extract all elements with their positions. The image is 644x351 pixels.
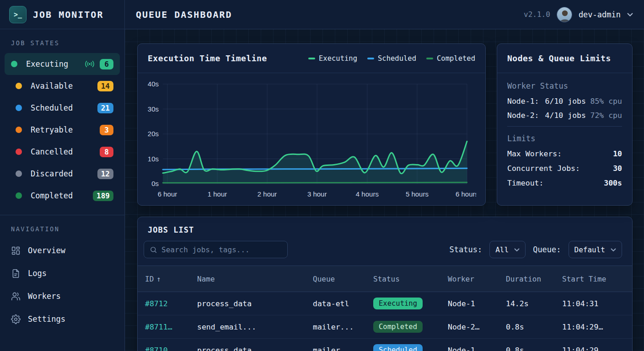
job-start-time: 11:04:31 bbox=[562, 299, 625, 308]
nodes-queue-limits-card: Nodes & Queue Limits Worker Status Node-… bbox=[497, 43, 633, 206]
jobs-list-header: JOBS LIST Status: All Queue: D bbox=[138, 217, 632, 266]
chevron-down-icon bbox=[611, 248, 616, 251]
top-bar-right: v2.1.0 dev-admin bbox=[524, 7, 633, 22]
execution-timeline-chart: 0s10s20s30s40s6 hour1 hour2 hour3 hour4 … bbox=[148, 75, 476, 202]
sidebar-item-retryable[interactable]: Retryable 3 bbox=[5, 119, 120, 141]
job-id-link[interactable]: #8711… bbox=[145, 323, 197, 331]
job-duration: 0.8s bbox=[506, 346, 562, 351]
user-avatar[interactable] bbox=[557, 7, 572, 22]
column-header-id[interactable]: ID↑ bbox=[145, 275, 197, 283]
job-start-time: 11:04:29 bbox=[562, 346, 625, 351]
legend-item-scheduled: Scheduled bbox=[367, 54, 416, 63]
top-bar-main: QUEUE DASHBOARD v2.1.0 dev-admin bbox=[125, 0, 644, 29]
job-name: process_data bbox=[197, 346, 313, 351]
app-title: JOB MONITOR bbox=[33, 9, 103, 20]
queue-filter-label: Queue: bbox=[533, 245, 561, 254]
state-count-badge: 14 bbox=[97, 81, 113, 91]
column-header-status[interactable]: Status bbox=[373, 275, 448, 283]
sidebar-item-scheduled[interactable]: Scheduled 21 bbox=[5, 97, 120, 119]
state-count-badge: 3 bbox=[100, 125, 113, 135]
node-2-status-row: Node-2: 4/10 jobs 72% cpu bbox=[507, 111, 622, 120]
nodes-card-divider bbox=[507, 126, 622, 127]
node-jobs: 6/10 jobs bbox=[545, 97, 586, 106]
timeout-row: Timeout: 300s bbox=[507, 179, 622, 187]
terminal-glyph: >_ bbox=[14, 11, 22, 19]
limit-value: 10 bbox=[613, 149, 622, 158]
search-field[interactable] bbox=[161, 245, 282, 254]
column-header-worker[interactable]: Worker bbox=[448, 275, 506, 283]
state-count-badge: 189 bbox=[93, 191, 113, 201]
jobs-list-card: JOBS LIST Status: All Queue: D bbox=[137, 217, 633, 351]
nodes-card-title: Nodes & Queue Limits bbox=[507, 53, 611, 63]
state-count-badge: 8 bbox=[100, 147, 113, 157]
overview-grid-icon bbox=[11, 246, 21, 255]
top-bar: >_ JOB MONITOR QUEUE DASHBOARD v2.1.0 de… bbox=[0, 0, 644, 29]
logs-document-icon bbox=[11, 269, 21, 278]
sidebar-item-workers[interactable]: Workers bbox=[0, 285, 124, 308]
legend-label: Completed bbox=[437, 54, 475, 63]
cancelled-state-dot bbox=[16, 149, 22, 155]
column-header-duration[interactable]: Duration bbox=[506, 275, 562, 283]
state-label: Completed bbox=[31, 191, 73, 200]
completed-state-dot bbox=[16, 192, 22, 199]
username-label[interactable]: dev-admin bbox=[579, 10, 621, 19]
state-label: Cancelled bbox=[31, 147, 73, 156]
concurrent-jobs-row: Concurrent Jobs: 30 bbox=[507, 164, 622, 173]
status-filter-select[interactable]: All bbox=[489, 241, 526, 258]
job-duration: 14.2s bbox=[506, 299, 562, 308]
sidebar-item-discarded[interactable]: Discarded 12 bbox=[5, 163, 120, 185]
table-row[interactable]: #8712 process_data data-etl Executing No… bbox=[138, 292, 632, 315]
sidebar-divider bbox=[0, 215, 124, 215]
worker-status-label: Worker Status bbox=[507, 81, 622, 90]
node-jobs: 4/10 jobs bbox=[545, 111, 586, 120]
sidebar-item-cancelled[interactable]: Cancelled 8 bbox=[5, 141, 120, 163]
limit-value: 300s bbox=[604, 179, 622, 187]
legend-item-executing: Executing bbox=[308, 54, 357, 63]
max-workers-row: Max Workers: 10 bbox=[507, 149, 622, 158]
scheduled-state-dot bbox=[16, 105, 22, 111]
available-state-dot bbox=[16, 83, 22, 89]
column-header-queue[interactable]: Queue bbox=[313, 275, 373, 283]
limit-label: Timeout: bbox=[507, 179, 543, 187]
limit-label: Max Workers: bbox=[507, 149, 562, 158]
table-row[interactable]: #8710 process_data mailer Scheduled Node… bbox=[138, 339, 632, 351]
sidebar-item-executing[interactable]: Executing 6 bbox=[5, 53, 120, 75]
nodes-card-body: Worker Status Node-1: 6/10 jobs 85% cpu … bbox=[497, 73, 632, 202]
limit-label: Concurrent Jobs: bbox=[507, 164, 580, 173]
svg-text:3 hour: 3 hour bbox=[307, 190, 327, 198]
sidebar-item-logs[interactable]: Logs bbox=[0, 262, 124, 285]
table-row[interactable]: #8711… send_email... mailer... Completed… bbox=[138, 315, 632, 339]
status-filter-label: Status: bbox=[450, 245, 483, 254]
svg-text:6 hours: 6 hours bbox=[456, 190, 476, 198]
svg-text:20s: 20s bbox=[148, 130, 159, 138]
search-icon bbox=[150, 246, 157, 254]
svg-text:0s: 0s bbox=[151, 180, 159, 187]
column-header-start-time[interactable]: Start Time bbox=[562, 275, 625, 283]
user-menu-chevron-down-icon[interactable] bbox=[627, 13, 633, 16]
settings-gear-icon bbox=[11, 314, 21, 324]
discarded-state-dot bbox=[16, 170, 22, 177]
live-broadcast-icon bbox=[84, 60, 95, 68]
state-label: Retryable bbox=[31, 125, 73, 134]
main-content: Execution Time Timeline Executing Schedu… bbox=[125, 29, 644, 351]
node-name: Node-1: bbox=[507, 97, 539, 106]
sidebar-item-settings[interactable]: Settings bbox=[0, 308, 124, 330]
sidebar-item-available[interactable]: Available 14 bbox=[5, 75, 120, 97]
search-input[interactable] bbox=[144, 241, 288, 258]
svg-text:6 hour: 6 hour bbox=[158, 190, 177, 198]
executing-legend-swatch bbox=[308, 58, 315, 59]
sidebar-item-overview[interactable]: Overview bbox=[0, 239, 124, 262]
job-id-link[interactable]: #8712 bbox=[145, 299, 197, 308]
job-id-link[interactable]: #8710 bbox=[145, 346, 197, 351]
queue-filter-value: Default bbox=[574, 245, 605, 254]
scheduled-legend-swatch bbox=[367, 58, 374, 59]
job-name: process_data bbox=[197, 299, 313, 308]
sidebar-item-completed[interactable]: Completed 189 bbox=[5, 185, 120, 207]
job-status: Executing bbox=[373, 298, 448, 309]
status-filter-value: All bbox=[495, 245, 509, 254]
job-worker: Node-2… bbox=[448, 323, 506, 331]
queue-filter-select[interactable]: Default bbox=[569, 241, 622, 258]
executing-state-dot bbox=[11, 61, 17, 67]
chart-title: Execution Time Timeline bbox=[148, 53, 267, 63]
column-header-name[interactable]: Name bbox=[197, 275, 313, 283]
